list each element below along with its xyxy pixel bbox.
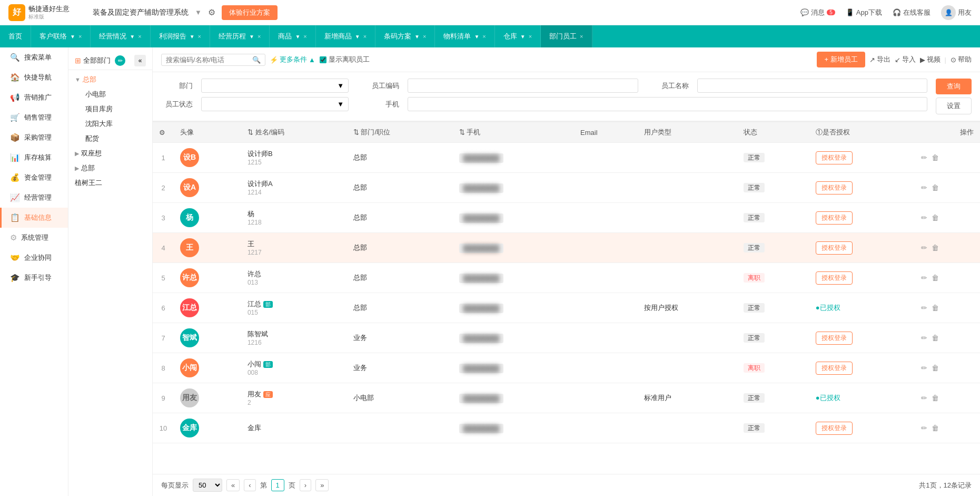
- show-resigned-toggle[interactable]: 显示离职员工: [320, 55, 370, 64]
- emp-code-input[interactable]: [408, 79, 638, 93]
- delete-btn[interactable]: 🗑: [932, 213, 939, 222]
- first-page-btn[interactable]: «: [226, 479, 240, 491]
- emp-status-select[interactable]: ▼: [201, 97, 349, 111]
- import-btn[interactable]: ↙ 导入: [895, 55, 916, 64]
- message-button[interactable]: 💬 消息 5: [800, 8, 835, 17]
- tab-home[interactable]: 首页: [0, 25, 31, 47]
- query-btn[interactable]: 查询: [936, 79, 972, 94]
- emp-code-filter-label: 员工编码: [357, 81, 399, 91]
- nav-quick-nav[interactable]: 🏠快捷导航: [0, 67, 68, 87]
- nav-basic-info[interactable]: 📋基础信息: [0, 208, 68, 228]
- tab-goods[interactable]: 商品 ▼ ×: [270, 25, 315, 47]
- dept-item-double-seat[interactable]: ▶双座想: [68, 146, 152, 161]
- edit-btn[interactable]: ✏: [921, 304, 927, 312]
- edit-btn[interactable]: ✏: [921, 334, 927, 342]
- tab-history[interactable]: 经营历程 ▼ ×: [210, 25, 270, 47]
- nav-purchase[interactable]: 📦采购管理: [0, 128, 68, 148]
- dept-item-headquarters-root[interactable]: ▼总部: [68, 72, 152, 87]
- edit-btn[interactable]: ✏: [921, 424, 927, 432]
- dept-item-distribution[interactable]: 配货: [79, 131, 152, 146]
- dept-item-project-room[interactable]: 项目库房: [79, 102, 152, 116]
- delete-btn[interactable]: 🗑: [932, 334, 939, 342]
- tab-bom[interactable]: 物料清单 ▼ ×: [435, 25, 494, 47]
- show-resigned-checkbox[interactable]: [320, 56, 326, 63]
- tab-add-goods[interactable]: 新增商品 ▼ ×: [316, 25, 375, 47]
- trial-button[interactable]: 体验行业方案: [222, 5, 278, 20]
- emp-name-input[interactable]: [697, 79, 928, 93]
- tab-customer[interactable]: 客户联络 ▼ ×: [31, 25, 91, 47]
- prev-page-btn[interactable]: ‹: [244, 479, 255, 491]
- help-btn[interactable]: ⊙ 帮助: [951, 55, 972, 64]
- nav-system[interactable]: ⚙系统管理: [0, 228, 68, 248]
- auth-btn[interactable]: 授权登录: [816, 332, 853, 345]
- dept-item-headquarters[interactable]: ▶总部: [68, 161, 152, 176]
- auth-btn[interactable]: 授权登录: [816, 241, 853, 255]
- last-page-btn[interactable]: »: [315, 479, 329, 491]
- tab-profit[interactable]: 利润报告 ▼ ×: [151, 25, 210, 47]
- edit-btn[interactable]: ✏: [921, 153, 927, 162]
- edit-btn[interactable]: ✏: [921, 394, 927, 402]
- col-phone[interactable]: ⇅ 手机: [453, 122, 574, 143]
- col-settings[interactable]: ⚙: [153, 122, 174, 143]
- edit-btn[interactable]: ✏: [921, 244, 927, 252]
- app-download-button[interactable]: 📱 App下载: [846, 8, 882, 17]
- dept-item-shenyang[interactable]: 沈阳大库: [79, 116, 152, 131]
- tab-employee[interactable]: 部门员工 ×: [541, 25, 592, 47]
- nav-sales[interactable]: 🛒销售管理: [0, 108, 68, 128]
- row-name-cell: 设计师A 1214: [241, 173, 347, 203]
- delete-btn[interactable]: 🗑: [932, 304, 939, 312]
- tab-barcode[interactable]: 条码方案 ▼ ×: [375, 25, 435, 47]
- edit-btn[interactable]: ✏: [921, 183, 927, 192]
- nav-inventory[interactable]: 📊库存核算: [0, 148, 68, 168]
- tab-operation[interactable]: 经营情况 ▼ ×: [91, 25, 150, 47]
- filter-more-btn[interactable]: ⚡ 更多条件 ▲: [270, 55, 315, 64]
- search-input[interactable]: [166, 56, 250, 64]
- nav-search-menu[interactable]: 🔍搜索菜单: [0, 47, 68, 67]
- auth-btn[interactable]: 授权登录: [816, 271, 853, 285]
- dept-item-small-elec[interactable]: 小电部: [79, 87, 152, 102]
- row-email-cell: [574, 263, 638, 293]
- col-name[interactable]: ⇅ 姓名/编码: [241, 122, 347, 143]
- search-icon[interactable]: 🔍: [252, 56, 261, 64]
- nav-finance[interactable]: 💰资金管理: [0, 168, 68, 188]
- dept-edit-icon[interactable]: ✏: [115, 55, 125, 66]
- reset-btn[interactable]: 设置: [936, 98, 972, 114]
- row-email-cell: [574, 353, 638, 383]
- auth-btn[interactable]: 授权登录: [816, 211, 853, 225]
- delete-btn[interactable]: 🗑: [932, 364, 939, 372]
- phone-input[interactable]: [408, 97, 927, 111]
- delete-btn[interactable]: 🗑: [932, 424, 939, 432]
- edit-btn[interactable]: ✏: [921, 364, 927, 372]
- export-btn[interactable]: ↗ 导出: [869, 55, 890, 64]
- user-menu[interactable]: 👤 用友: [941, 5, 972, 20]
- delete-btn[interactable]: 🗑: [932, 244, 939, 252]
- delete-btn[interactable]: 🗑: [932, 274, 939, 282]
- nav-collab[interactable]: 🤝企业协同: [0, 248, 68, 268]
- view-btn[interactable]: ▶ 视频: [920, 55, 941, 64]
- auth-btn[interactable]: 授权登录: [816, 362, 853, 375]
- dept-collapse-btn[interactable]: «: [134, 55, 146, 66]
- edit-btn[interactable]: ✏: [921, 213, 927, 222]
- online-service-button[interactable]: 🎧 在线客服: [893, 8, 930, 17]
- next-page-btn[interactable]: ›: [300, 479, 311, 491]
- dept-item-plant-tree[interactable]: 植树王二: [68, 176, 152, 190]
- nav-management[interactable]: 📈经营管理: [0, 188, 68, 208]
- settings-icon[interactable]: ⚙: [208, 7, 215, 17]
- auth-btn[interactable]: 授权登录: [816, 181, 853, 194]
- delete-btn[interactable]: 🗑: [932, 394, 939, 402]
- message-badge: 5: [827, 9, 835, 15]
- add-employee-btn[interactable]: + 新增员工: [817, 52, 865, 67]
- dept-filter-select[interactable]: ▼: [201, 79, 349, 93]
- page-size-select[interactable]: 50 100 200: [193, 479, 222, 492]
- nav-marketing[interactable]: 📢营销推广: [0, 87, 68, 108]
- row-avatar-cell: 王: [174, 233, 241, 263]
- edit-btn[interactable]: ✏: [921, 274, 927, 282]
- auth-btn[interactable]: 授权登录: [816, 422, 853, 435]
- dropdown-arrow-icon[interactable]: ▼: [195, 8, 202, 16]
- nav-guide[interactable]: 🎓新手引导: [0, 268, 68, 288]
- delete-btn[interactable]: 🗑: [932, 153, 939, 162]
- delete-btn[interactable]: 🗑: [932, 183, 939, 192]
- tab-warehouse[interactable]: 仓库 ▼ ×: [495, 25, 541, 47]
- col-dept[interactable]: ⇅ 部门/职位: [347, 122, 453, 143]
- auth-btn[interactable]: 授权登录: [816, 151, 853, 164]
